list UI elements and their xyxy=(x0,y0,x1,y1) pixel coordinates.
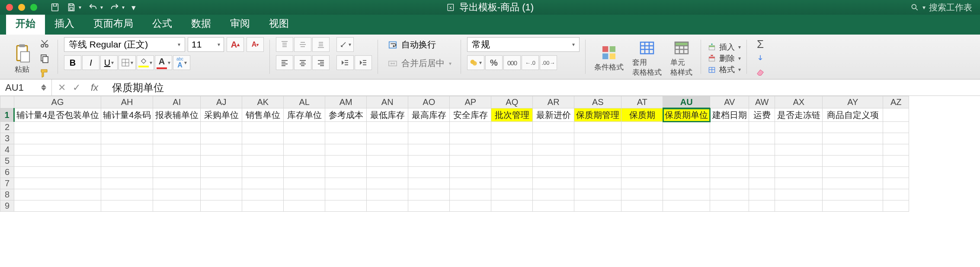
tab-page-layout[interactable]: 页面布局 xyxy=(84,13,143,35)
cell[interactable] xyxy=(491,133,533,144)
cell[interactable] xyxy=(710,156,749,167)
cell[interactable] xyxy=(663,156,710,167)
cell[interactable] xyxy=(201,189,242,200)
cell[interactable] xyxy=(201,200,242,212)
cell[interactable] xyxy=(201,156,242,167)
cell[interactable]: 最新进价 xyxy=(533,108,574,122)
cell[interactable] xyxy=(101,144,153,156)
cell[interactable] xyxy=(775,144,823,156)
cell[interactable] xyxy=(574,122,621,133)
maximize-window-button[interactable] xyxy=(30,4,37,11)
paste-button[interactable]: 粘贴 xyxy=(10,42,34,75)
cell[interactable] xyxy=(450,144,491,156)
search-sheet[interactable]: ▾ 搜索工作表 xyxy=(910,2,980,13)
cell[interactable] xyxy=(491,144,533,156)
row-header[interactable]: 7 xyxy=(0,178,14,189)
cell[interactable] xyxy=(823,156,883,167)
wrap-text-button[interactable]: 自动换行 xyxy=(384,37,439,52)
cell[interactable] xyxy=(621,156,663,167)
cell[interactable] xyxy=(621,144,663,156)
cell[interactable]: 运费 xyxy=(749,108,775,122)
cell[interactable] xyxy=(883,133,909,144)
column-header[interactable]: AH xyxy=(101,96,153,108)
minimize-window-button[interactable] xyxy=(18,4,25,11)
column-header[interactable]: AS xyxy=(574,96,621,108)
cell-styles-button[interactable]: 单元 格样式 xyxy=(668,38,695,78)
cell[interactable] xyxy=(450,156,491,167)
cell[interactable] xyxy=(533,167,574,178)
select-all-corner[interactable] xyxy=(0,96,14,108)
column-header[interactable]: AI xyxy=(153,96,201,108)
fill-icon[interactable] xyxy=(753,52,768,65)
align-middle-icon[interactable] xyxy=(294,37,311,52)
number-format-select[interactable]: 常规▾ xyxy=(467,37,580,52)
cell[interactable] xyxy=(325,122,367,133)
cell[interactable]: 报表辅单位 xyxy=(153,108,201,122)
cell[interactable] xyxy=(663,122,710,133)
cell[interactable] xyxy=(14,156,101,167)
align-left-icon[interactable] xyxy=(276,55,293,70)
cell[interactable] xyxy=(14,144,101,156)
insert-cells-button[interactable]: 插入▾ xyxy=(707,42,741,52)
cell[interactable] xyxy=(710,189,749,200)
cell[interactable] xyxy=(823,167,883,178)
cell[interactable] xyxy=(408,133,450,144)
close-window-button[interactable] xyxy=(6,4,13,11)
cell[interactable] xyxy=(883,200,909,212)
cell[interactable] xyxy=(367,122,408,133)
cell[interactable] xyxy=(450,133,491,144)
cell[interactable] xyxy=(574,167,621,178)
cell[interactable] xyxy=(242,189,284,200)
font-name-select[interactable]: 等线 Regular (正文)▾ xyxy=(64,37,185,52)
qat-save-icon[interactable]: ▾ xyxy=(67,3,81,12)
cell[interactable] xyxy=(663,189,710,200)
cell[interactable] xyxy=(101,167,153,178)
cell[interactable] xyxy=(201,133,242,144)
cell[interactable] xyxy=(775,167,823,178)
cell[interactable] xyxy=(749,189,775,200)
spreadsheet-grid[interactable]: AGAHAIAJAKALAMANAOAPAQARASATAUAVAWAXAYAZ… xyxy=(0,96,980,212)
column-header[interactable]: AL xyxy=(284,96,325,108)
column-header[interactable]: AQ xyxy=(491,96,533,108)
cell[interactable] xyxy=(710,133,749,144)
cell[interactable] xyxy=(491,189,533,200)
cell[interactable] xyxy=(775,156,823,167)
font-color-button[interactable]: A▾ xyxy=(155,55,172,70)
cell[interactable] xyxy=(621,133,663,144)
cell[interactable] xyxy=(533,178,574,189)
cell[interactable]: 保质期 xyxy=(621,108,663,122)
cell[interactable] xyxy=(775,178,823,189)
cell[interactable] xyxy=(775,133,823,144)
row-header[interactable]: 1 xyxy=(0,108,14,122)
format-painter-icon[interactable] xyxy=(37,67,52,79)
increase-font-icon[interactable]: A▴ xyxy=(227,37,244,52)
cell[interactable] xyxy=(153,133,201,144)
cell[interactable] xyxy=(367,189,408,200)
cell[interactable] xyxy=(574,178,621,189)
column-header[interactable]: AR xyxy=(533,96,574,108)
decrease-font-icon[interactable]: A▾ xyxy=(247,37,264,52)
cell[interactable] xyxy=(749,144,775,156)
cell[interactable] xyxy=(663,167,710,178)
clear-icon[interactable] xyxy=(753,66,768,79)
cell[interactable] xyxy=(533,133,574,144)
cell[interactable]: 保质期管理 xyxy=(574,108,621,122)
cell[interactable]: 辅计量4条码 xyxy=(101,108,153,122)
align-right-icon[interactable] xyxy=(312,55,330,70)
align-bottom-icon[interactable] xyxy=(312,37,330,52)
cell[interactable] xyxy=(408,189,450,200)
cell[interactable] xyxy=(710,200,749,212)
cell[interactable]: 销售单位 xyxy=(242,108,284,122)
cell[interactable] xyxy=(621,200,663,212)
cell[interactable] xyxy=(242,200,284,212)
row-header[interactable]: 4 xyxy=(0,144,14,156)
qat-redo-icon[interactable]: ▾ xyxy=(110,3,125,12)
cell[interactable] xyxy=(101,200,153,212)
cell[interactable] xyxy=(153,122,201,133)
cell[interactable] xyxy=(408,200,450,212)
column-header[interactable]: AJ xyxy=(201,96,242,108)
cell[interactable] xyxy=(284,200,325,212)
cell[interactable] xyxy=(153,144,201,156)
cell[interactable]: 最低库存 xyxy=(367,108,408,122)
tab-review[interactable]: 审阅 xyxy=(221,13,259,35)
